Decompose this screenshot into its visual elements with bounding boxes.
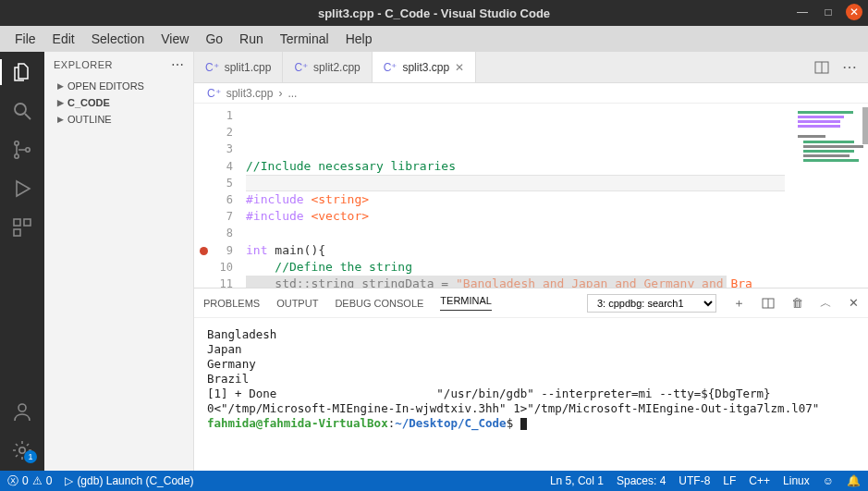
cpp-file-icon: C⁺ [384,61,397,74]
code-content[interactable]: //Include necessary libraries#include <i… [246,104,868,288]
terminal-line: Brazil [207,372,855,387]
code-line[interactable]: //Include necessary libraries [246,158,868,175]
status-cursor-position[interactable]: Ln 5, Col 1 [550,474,604,487]
terminal-prompt[interactable]: fahmida@fahmida-VirtualBox:~/Desktop/C_C… [207,416,855,431]
menu-file[interactable]: File [7,30,43,48]
code-editor[interactable]: 1234567891011 //Include necessary librar… [194,104,868,288]
menu-run[interactable]: Run [232,30,271,48]
chevron-right-icon: ▶ [57,81,64,91]
menu-help[interactable]: Help [338,30,380,48]
svg-rect-17 [803,141,854,143]
terminal-line: [1] + Done "/usr/bin/gdb" --interpreter=… [207,387,855,416]
activity-accounts[interactable] [11,400,33,423]
breadcrumb[interactable]: C⁺ split3.cpp › ... [194,83,868,104]
line-number: 3 [194,141,233,157]
line-number: 10 [194,259,233,276]
status-feedback-icon[interactable]: ☺ [823,474,834,487]
warning-icon: ⚠ [32,474,43,487]
status-launch[interactable]: ▷(gdb) Launch (C_Code) [65,474,193,487]
close-panel-icon[interactable]: ✕ [849,296,859,310]
terminal-content[interactable]: BangladeshJapanGermanyBrazil[1] + Done "… [194,318,868,471]
minimap[interactable] [794,107,868,288]
section-open-editors[interactable]: ▶OPEN EDITORS [44,78,193,94]
source-control-icon [11,139,33,161]
code-line[interactable] [246,225,868,241]
cpp-file-icon: C⁺ [294,61,308,74]
status-bell-icon[interactable]: 🔔 [847,474,861,487]
explorer-sidebar: EXPLORER ⋯ ▶OPEN EDITORS ▶C_CODE ▶OUTLIN… [44,52,194,471]
status-os[interactable]: Linux [783,474,810,487]
line-number: 4 [194,158,233,175]
menu-selection[interactable]: Selection [84,30,153,48]
line-number: 7 [194,208,233,225]
split-editor-icon[interactable] [814,60,829,75]
debug-icon [11,178,33,200]
activity-explorer[interactable] [11,61,33,83]
minimap-preview [794,107,868,288]
svg-rect-15 [798,125,840,128]
activity-run-debug[interactable] [11,178,33,200]
editor-tabs: C⁺split1.cpp C⁺split2.cpp C⁺split3.cpp✕ … [194,52,868,83]
activity-settings[interactable]: 1 [11,439,33,461]
section-outline[interactable]: ▶OUTLINE [44,111,193,128]
new-terminal-icon[interactable]: ＋ [733,295,745,312]
svg-rect-12 [798,111,853,114]
terminal-selector[interactable]: 3: cppdbg: search1 [587,294,716,313]
status-bar: ⓧ0⚠0 ▷(gdb) Launch (C_Code) Ln 5, Col 1 … [0,471,868,491]
svg-point-3 [15,154,18,158]
status-encoding[interactable]: UTF-8 [679,474,710,487]
svg-rect-18 [803,145,863,148]
tab-split3[interactable]: C⁺split3.cpp✕ [373,52,476,82]
tab-output[interactable]: OUTPUT [276,298,318,309]
breadcrumb-more[interactable]: ... [287,87,297,100]
status-indent[interactable]: Spaces: 4 [617,474,666,487]
activity-search[interactable] [11,100,33,122]
line-number: 2 [194,124,233,141]
breakpoint-icon[interactable] [200,247,208,255]
explorer-more-icon[interactable]: ⋯ [171,57,185,72]
svg-rect-21 [803,159,859,162]
menu-view[interactable]: View [153,30,196,48]
close-icon[interactable]: ✕ [455,61,464,74]
svg-rect-13 [798,116,844,118]
kill-terminal-icon[interactable]: 🗑 [791,296,803,310]
files-icon [11,61,33,83]
close-button[interactable]: ✕ [846,4,862,20]
split-terminal-icon[interactable] [762,297,775,310]
status-eol[interactable]: LF [723,474,736,487]
activity-source-control[interactable] [11,139,33,161]
code-line[interactable]: #include <vector> [246,208,868,225]
account-icon [11,400,33,423]
bottom-panel: PROBLEMS OUTPUT DEBUG CONSOLE TERMINAL 3… [194,288,868,471]
code-line[interactable]: int main(){ [246,242,868,259]
minimap-viewport[interactable] [862,107,868,144]
tab-split2[interactable]: C⁺split2.cpp [283,52,372,82]
activity-extensions[interactable] [11,216,33,239]
code-line[interactable]: //Define the string [246,259,868,276]
tab-debug-console[interactable]: DEBUG CONSOLE [335,298,423,309]
status-errors[interactable]: ⓧ0⚠0 [7,473,52,489]
cpp-file-icon: C⁺ [207,87,221,100]
tab-problems[interactable]: PROBLEMS [203,298,260,309]
svg-rect-16 [798,135,825,138]
line-number: 1 [194,107,233,124]
menu-edit[interactable]: Edit [45,30,82,48]
panel-tabs: PROBLEMS OUTPUT DEBUG CONSOLE TERMINAL 3… [194,288,868,318]
breadcrumb-file[interactable]: split3.cpp [226,87,274,100]
tab-terminal[interactable]: TERMINAL [440,295,492,311]
section-folder[interactable]: ▶C_CODE [44,94,193,111]
maximize-panel-icon[interactable]: ︿ [820,295,832,312]
code-line[interactable]: #include <string> [246,191,868,208]
maximize-button[interactable]: □ [820,4,837,20]
title-bar: split3.cpp - C_Code - Visual Studio Code… [0,0,868,26]
debug-alt-icon: ▷ [65,474,73,487]
status-language[interactable]: C++ [749,474,770,487]
minimize-button[interactable]: — [794,4,811,20]
line-number: 11 [194,276,233,288]
chevron-right-icon: ▶ [57,115,64,124]
menu-terminal[interactable]: Terminal [273,30,336,48]
menu-go[interactable]: Go [198,30,230,48]
tab-split1[interactable]: C⁺split1.cpp [194,52,283,82]
svg-rect-14 [798,120,840,123]
more-actions-icon[interactable]: ⋯ [842,58,857,76]
